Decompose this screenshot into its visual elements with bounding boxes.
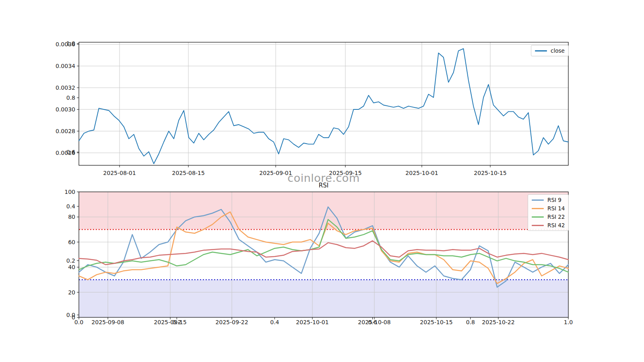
- legend-label-rsi22: RSI 22: [547, 214, 565, 220]
- rsi-series-rsi42: [79, 241, 568, 265]
- legend-item-rsi14: RSI 14: [532, 205, 565, 212]
- price-ytick-label: 0.0032: [56, 84, 75, 91]
- rsi-ytick-label: 100: [64, 189, 75, 195]
- rsi14-line-sample: [532, 208, 544, 209]
- price-ytick-label: 0.0028: [56, 128, 75, 134]
- rsi-xtick-label: 2025-09-22: [215, 319, 248, 325]
- rsi9-line-sample: [532, 200, 544, 201]
- overlay-ytick-label: 0.6: [66, 149, 75, 155]
- overlay-xtick-label: 1.0: [564, 319, 573, 325]
- overlay-ytick-label: 0.2: [66, 257, 75, 264]
- legend-item-rsi22: RSI 22: [532, 214, 565, 220]
- overlay-xtick-label: 0.6: [368, 319, 377, 325]
- legend-label-rsi9: RSI 9: [547, 197, 561, 203]
- legend-label-rsi42: RSI 42: [547, 222, 565, 228]
- overlay-xtick-label: 0.2: [172, 319, 181, 325]
- close-line-sample: [535, 50, 547, 51]
- chart-figure: 0.00260.00280.00300.00320.00340.00362025…: [0, 0, 644, 362]
- rsi-xtick-label: 2025-10-15: [420, 319, 452, 325]
- rsi-chart-title: RSI: [79, 182, 568, 189]
- rsi-ytick-label: 20: [68, 289, 75, 296]
- legend-label-close: close: [551, 47, 565, 54]
- rsi-xtick-label: 2025-10-22: [482, 319, 514, 325]
- overlay-ytick-label: 1.0: [66, 40, 75, 47]
- rsi-oversold-band: [79, 280, 568, 317]
- price-plot-border: [79, 42, 568, 165]
- rsi-legend: RSI 9 RSI 14 RSI 22 RSI 42: [528, 194, 569, 231]
- overlay-ytick-label: 0.8: [66, 95, 75, 101]
- rsi-ytick-label: 80: [68, 214, 75, 220]
- legend-item-rsi42: RSI 42: [532, 222, 565, 228]
- rsi-overbought-band: [79, 192, 568, 230]
- rsi42-line-sample: [532, 225, 544, 226]
- overlay-xtick-label: 0.4: [270, 319, 279, 325]
- rsi-ytick-label: 40: [68, 264, 75, 270]
- rsi-ytick-label: 60: [68, 239, 75, 245]
- overlay-xtick-label: 0.8: [466, 319, 475, 325]
- price-ytick-label: 0.0030: [56, 106, 75, 113]
- legend-label-rsi14: RSI 14: [547, 205, 565, 212]
- price-legend: close: [531, 45, 569, 56]
- overlay-xtick-label: 0.0: [74, 319, 83, 325]
- overlay-ytick-label: 0.4: [66, 203, 75, 210]
- rsi-xtick-label: 2025-09-15: [154, 319, 186, 325]
- rsi-xtick-label: 2025-10-01: [296, 319, 328, 325]
- rsi22-line-sample: [532, 216, 544, 218]
- rsi-xtick-label: 2025-09-08: [91, 319, 124, 325]
- legend-item-rsi9: RSI 9: [532, 197, 565, 203]
- overlay-ytick-label: 0.0: [66, 312, 75, 318]
- price-ytick-label: 0.0034: [56, 63, 75, 69]
- legend-item-close: close: [535, 47, 565, 54]
